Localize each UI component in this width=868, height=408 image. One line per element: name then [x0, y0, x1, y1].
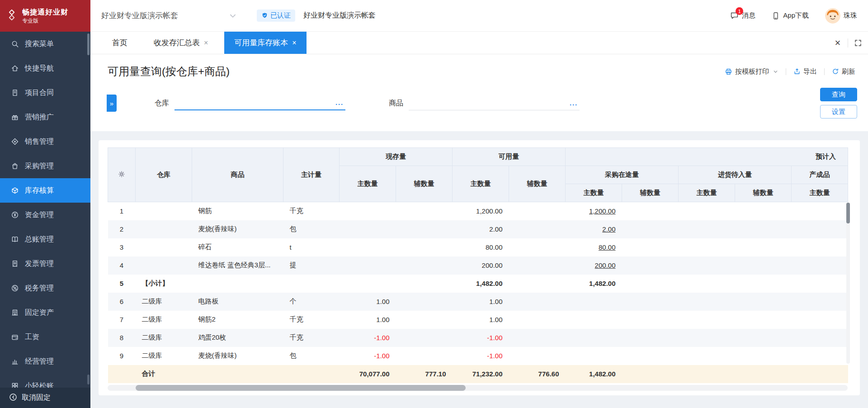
row-number: 6 [108, 293, 136, 311]
funds-icon [11, 211, 19, 219]
row-number [108, 365, 136, 383]
transit-qty-link[interactable]: 80.00 [599, 243, 616, 251]
inventory-icon [11, 186, 19, 195]
tab-home[interactable]: 首页 [102, 32, 137, 54]
sidebar-item-quick-nav[interactable]: 快捷导航 [0, 56, 90, 81]
cell-stock_aux [396, 293, 453, 311]
sidebar-item-project-contract[interactable]: 项目合同 [0, 81, 90, 105]
user-menu[interactable]: 珠珠 [825, 8, 857, 24]
sidebar-item-operation[interactable]: 经营管理 [0, 349, 90, 374]
query-button[interactable]: 查询 [820, 88, 857, 101]
subtotal-row: 5【小计】1,482.001,482.00 [108, 275, 848, 293]
horizontal-scrollbar-thumb[interactable] [136, 385, 466, 391]
tab-summary-report[interactable]: 收发存汇总表× [144, 32, 218, 54]
cell-stock_aux [396, 347, 453, 365]
product-filter-input[interactable]: ··· [409, 96, 580, 110]
cell-warehouse: 二级库 [136, 329, 192, 347]
sidebar-item-label: 搜索菜单 [25, 39, 54, 49]
app-download-button[interactable]: App下载 [772, 11, 809, 20]
cell-product [192, 365, 283, 383]
cell-avail_aux [509, 329, 566, 347]
warehouse-picker-button[interactable]: ··· [335, 100, 344, 108]
tab-label: 可用量库存账本 [234, 38, 288, 48]
content-area: 可用量查询(按仓库+商品) 按模板打印 导出 [90, 54, 868, 408]
cell-avail_main: 2.00 [453, 220, 509, 238]
refresh-button[interactable]: 刷新 [832, 67, 855, 76]
sidebar-item-purchase[interactable]: 采购管理 [0, 154, 90, 178]
cell-incoming_aux [735, 202, 792, 220]
asset-icon [11, 308, 19, 317]
unpin-sidebar-button[interactable]: 取消固定 [0, 388, 90, 408]
tab-close-icon[interactable]: × [204, 39, 208, 47]
horizontal-scrollbar[interactable] [108, 385, 848, 391]
tab-actions: × [828, 32, 868, 54]
row-number: 7 [108, 311, 136, 329]
brand-logo: 畅捷通好业财 专业版 [0, 0, 90, 32]
cell-stock_main: 1.00 [340, 293, 396, 311]
vertical-scrollbar[interactable] [846, 203, 850, 364]
cell-transit_main: 1,200.00 [566, 202, 622, 220]
avatar [825, 8, 840, 24]
sidebar-item-search-menu[interactable]: 搜索菜单 [0, 32, 90, 56]
sidebar-item-marketing[interactable]: 营销推广 [0, 105, 90, 129]
filter-expand-handle[interactable]: » [107, 95, 117, 112]
transit-qty-link[interactable]: 2.00 [602, 225, 615, 233]
cell-avail_aux [509, 220, 566, 238]
export-button[interactable]: 导出 [793, 67, 817, 76]
cell-avail_main: 1,200.00 [453, 202, 509, 220]
fullscreen-button[interactable] [848, 32, 868, 54]
vertical-scrollbar-thumb[interactable] [846, 203, 850, 223]
sidebar-item-inventory[interactable]: 库存核算 [0, 178, 90, 203]
export-icon [793, 68, 801, 75]
header-warehouse: 仓库 [136, 148, 192, 202]
sidebar-item-label: 发票管理 [25, 259, 54, 269]
messages-label: 消息 [742, 11, 755, 20]
tab-available-inventory[interactable]: 可用量库存账本× [224, 32, 306, 54]
sidebar-item-invoice[interactable]: 发票管理 [0, 251, 90, 276]
transit-qty-link[interactable]: 1,200.00 [589, 207, 615, 215]
row-number: 5 [108, 275, 136, 293]
sales-icon [11, 138, 19, 146]
sidebar-item-ledger[interactable]: 总账管理 [0, 227, 90, 251]
sidebar-item-mini-app[interactable]: 小轻松账 [0, 374, 90, 388]
page-toolbar: 按模板打印 导出 刷新 [725, 67, 855, 76]
product-picker-button[interactable]: ··· [570, 101, 578, 109]
cell-avail_aux [509, 347, 566, 365]
print-by-template-button[interactable]: 按模板打印 [725, 67, 778, 76]
table-row: 4维达卷纸 蓝色经典3层...提200.00200.00 [108, 256, 848, 275]
result-table-panel: 仓库 商品 主计量 现存量 可用量 预计入 主数量 辅数量 主数量 [99, 140, 860, 395]
sidebar-scrollbar-lower[interactable] [87, 375, 90, 384]
sidebar-item-tax[interactable]: 税务管理 [0, 276, 90, 300]
cell-warehouse [136, 238, 192, 256]
cell-stock_aux: 777.10 [396, 365, 453, 383]
cell-finished_main [792, 275, 848, 293]
cell-unit [283, 365, 340, 383]
settings-button[interactable]: 设置 [820, 105, 857, 119]
cell-transit_aux [622, 202, 679, 220]
column-settings-button[interactable] [108, 148, 136, 202]
cell-stock_aux [396, 220, 453, 238]
tab-close-icon[interactable]: × [292, 39, 296, 47]
mini-icon [11, 382, 19, 388]
sidebar-item-fixed-assets[interactable]: 固定资产 [0, 300, 90, 325]
sidebar-item-funds[interactable]: 资金管理 [0, 203, 90, 227]
messages-button[interactable]: 1 消息 [730, 11, 755, 20]
operation-icon [11, 357, 19, 365]
sidebar-scrollbar[interactable] [87, 33, 90, 55]
transit-qty-link[interactable]: 200.00 [595, 261, 616, 269]
cell-stock_main: 70,077.00 [340, 365, 396, 383]
cell-warehouse: 二级库 [136, 347, 192, 365]
header-group-stock: 现存量 [340, 148, 453, 166]
warehouse-filter-input[interactable]: ··· [175, 96, 345, 110]
cell-stock_main [340, 202, 396, 220]
cell-stock_aux [396, 256, 453, 275]
cell-incoming_main [679, 347, 735, 365]
sidebar-item-salary[interactable]: 工资 [0, 325, 90, 349]
table-row: 9二级库麦烧(香辣味)包-1.00-1.00 [108, 347, 848, 365]
sidebar-item-sales[interactable]: 销售管理 [0, 129, 90, 154]
cell-unit [283, 275, 340, 293]
sidebar-item-label: 工资 [25, 332, 39, 342]
account-dropdown[interactable]: 好业财专业版演示帐套 [101, 10, 237, 21]
close-all-tabs-button[interactable]: × [828, 32, 848, 54]
cell-avail_aux [509, 311, 566, 329]
